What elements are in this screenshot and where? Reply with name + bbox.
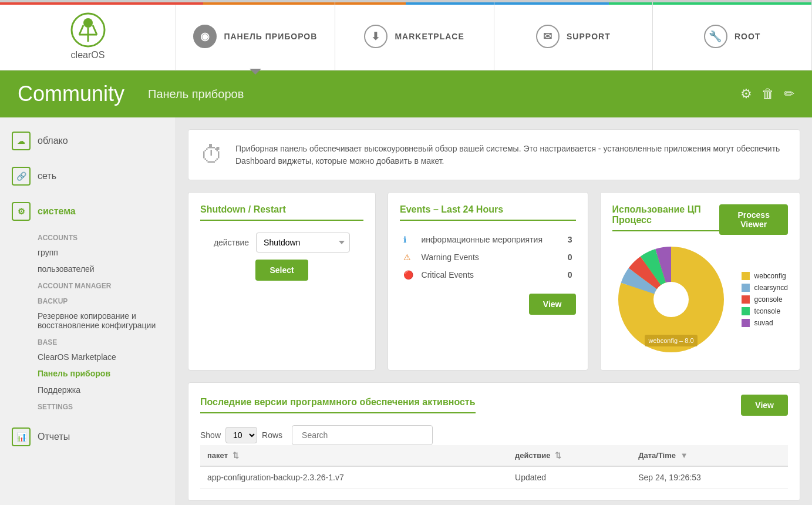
sidebar-item-network[interactable]: 🔗 сеть	[0, 159, 176, 194]
cell-package: app-configuration-backup-2.3.26-1.v7	[200, 466, 508, 489]
sidebar-backup-header: Backup	[0, 292, 176, 308]
info-box-text: Приборная панель обеспечивает высокоуров…	[235, 143, 788, 167]
event-row-warning: ⚠ Warning Events 0	[401, 249, 575, 265]
software-title: Последние версии программного обеспечени…	[200, 397, 476, 413]
top-bar: clearOS ◉ ПАНЕЛЬ ПРИБОРОВ ⬇ MARKETPLACE …	[0, 0, 812, 70]
sidebar-item-backup-restore[interactable]: Резервное копирование и восстановление к…	[0, 308, 176, 334]
date-sort-icon: ▼	[680, 451, 688, 460]
software-table: пакет ⇅ действие ⇅ Дата/Time ▼	[200, 445, 788, 489]
process-viewer-button[interactable]: Process Viewer	[719, 204, 788, 235]
marketplace-nav-icon: ⬇	[364, 25, 388, 48]
cell-action: Updated	[508, 466, 631, 489]
page-header-icons: ⚙ 🗑 ✏	[740, 86, 794, 102]
sidebar-item-dashboard[interactable]: Панель приборов	[0, 365, 176, 382]
legend-gconsole: gconsole	[742, 295, 788, 304]
nav-root[interactable]: 🔧 ROOT	[653, 2, 812, 70]
page-header-left: Community Панель приборов	[18, 82, 244, 106]
sidebar-account-manager[interactable]: Account Manager	[0, 277, 176, 292]
legend-clearsyncd: clearsyncd	[742, 284, 788, 292]
shutdown-row: действие Shutdown Restart	[214, 233, 350, 253]
col-action[interactable]: действие ⇅	[508, 445, 631, 466]
reports-icon: 📊	[12, 427, 31, 446]
nav-support-label: SUPPORT	[567, 32, 611, 41]
edit-icon[interactable]: ✏	[784, 86, 794, 102]
shutdown-title: Shutdown / Restart	[200, 204, 363, 221]
nav-support[interactable]: ✉ SUPPORT	[494, 2, 653, 70]
suvad-label: suvad	[754, 319, 773, 327]
content-area: ⏱ Приборная панель обеспечивает высокоур…	[176, 117, 812, 505]
shutdown-form: действие Shutdown Restart Select	[200, 233, 363, 281]
process-title: Использование ЦП Процесс	[612, 204, 720, 231]
nav-dashboard-label: ПАНЕЛЬ ПРИБОРОВ	[224, 32, 317, 41]
event-warning-count: 0	[564, 249, 574, 265]
page-title: Community	[18, 82, 124, 106]
root-nav-icon: 🔧	[704, 25, 727, 48]
nav-dashboard[interactable]: ◉ ПАНЕЛЬ ПРИБОРОВ	[176, 2, 335, 70]
legend-tconsole: tconsole	[742, 307, 788, 315]
cloud-icon: ☁	[12, 132, 31, 150]
logo-area: clearOS	[0, 2, 176, 70]
event-row-info: ℹ информационные мероприятия 3	[401, 231, 575, 248]
nav-root-label: ROOT	[734, 32, 760, 41]
dashboard-nav-icon: ◉	[193, 25, 217, 48]
event-critical-label: Critical Events	[419, 267, 563, 283]
select-button[interactable]: Select	[255, 260, 308, 281]
cell-date: Sep 24, 19:26:53	[631, 466, 788, 489]
show-label: Show	[200, 430, 221, 440]
chart-legend: webconfig clearsyncd gconsole tcons	[742, 272, 788, 327]
widget-row: Shutdown / Restart действие Shutdown Res…	[188, 192, 800, 371]
nav-marketplace[interactable]: ⬇ MARKETPLACE	[335, 2, 494, 70]
events-view-button[interactable]: View	[529, 294, 576, 315]
nav-items: ◉ ПАНЕЛЬ ПРИБОРОВ ⬇ MARKETPLACE ✉ SUPPOR…	[176, 2, 812, 70]
svg-text:webconfig – 8.0: webconfig – 8.0	[648, 337, 693, 344]
network-icon: 🔗	[12, 167, 31, 186]
software-view-button[interactable]: View	[741, 395, 788, 416]
speedometer-icon: ⏱	[200, 142, 224, 168]
event-warning-label: Warning Events	[419, 249, 563, 265]
sidebar-reports-label: Отчеты	[38, 432, 70, 442]
page-header: Community Панель приборов ⚙ 🗑 ✏	[0, 70, 812, 117]
critical-icon: 🔴	[403, 270, 413, 280]
gconsole-color	[742, 295, 750, 304]
sidebar-base-header: Base	[0, 334, 176, 349]
sidebar-item-users[interactable]: пользователей	[0, 261, 176, 277]
webconfig-label: webconfig	[754, 272, 786, 280]
clearos-logo	[70, 12, 106, 48]
trash-icon[interactable]: 🗑	[762, 86, 774, 102]
svg-point-12	[653, 282, 689, 317]
col-date[interactable]: Дата/Time ▼	[631, 445, 788, 466]
events-widget: Events – Last 24 Hours ℹ информационные …	[388, 192, 588, 371]
legend-webconfig: webconfig	[742, 272, 788, 280]
gconsole-label: gconsole	[754, 295, 783, 304]
page-subtitle: Панель приборов	[148, 87, 244, 101]
sidebar-item-clearos-marketplace[interactable]: ClearOS Marketplace	[0, 349, 176, 365]
process-widget: Использование ЦП Процесс Process Viewer	[600, 192, 801, 371]
action-label: действие	[214, 238, 249, 247]
sidebar-item-groups[interactable]: групп	[0, 244, 176, 261]
clearsyncd-label: clearsyncd	[754, 284, 788, 292]
rows-select[interactable]: 10 25 50	[225, 427, 257, 443]
events-table: ℹ информационные мероприятия 3 ⚠ Warning…	[400, 230, 576, 284]
sidebar-cloud-label: облако	[38, 136, 68, 146]
sidebar-item-reports[interactable]: 📊 Отчеты	[0, 419, 176, 455]
table-row: app-configuration-backup-2.3.26-1.v7 Upd…	[200, 466, 788, 489]
tconsole-label: tconsole	[754, 307, 781, 315]
sidebar-item-system[interactable]: ⚙ система	[0, 194, 176, 229]
sidebar-settings[interactable]: Settings	[0, 398, 176, 413]
sidebar-item-cloud[interactable]: ☁ облако	[0, 123, 176, 159]
sidebar-item-support[interactable]: Поддержка	[0, 382, 176, 398]
shutdown-widget: Shutdown / Restart действие Shutdown Res…	[188, 192, 376, 371]
action-select[interactable]: Shutdown Restart	[256, 233, 350, 253]
software-controls: Show 10 25 50 Rows	[200, 425, 788, 445]
legend-suvad: suvad	[742, 319, 788, 327]
sidebar: ☁ облако 🔗 сеть ⚙ система Accounts групп…	[0, 117, 176, 505]
process-header: Использование ЦП Процесс Process Viewer	[612, 204, 789, 235]
col-package[interactable]: пакет ⇅	[200, 445, 508, 466]
sidebar-network-label: сеть	[38, 171, 56, 181]
gear-icon[interactable]: ⚙	[740, 86, 752, 102]
event-info-label: информационные мероприятия	[419, 231, 563, 248]
webconfig-color	[742, 272, 750, 280]
search-input[interactable]	[292, 425, 433, 445]
main-layout: ☁ облако 🔗 сеть ⚙ система Accounts групп…	[0, 117, 812, 505]
event-critical-count: 0	[564, 267, 574, 283]
